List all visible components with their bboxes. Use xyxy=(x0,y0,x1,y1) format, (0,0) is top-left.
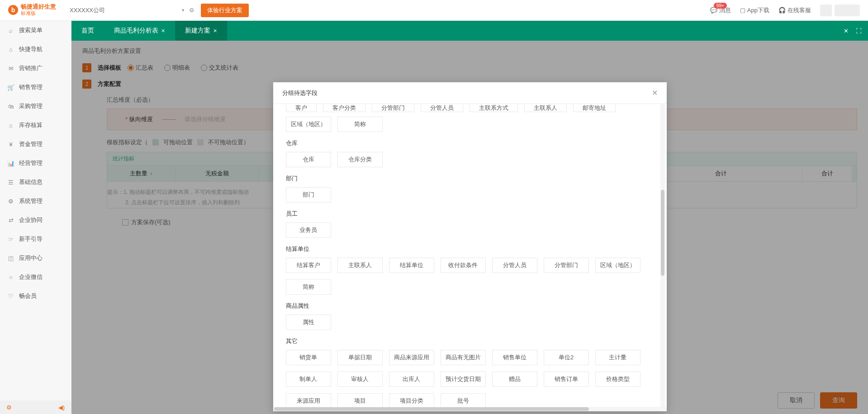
vertical-scrollbar[interactable] xyxy=(660,104,665,411)
tag-row: 属性 xyxy=(286,315,658,330)
app-download-button[interactable]: ▢ App下载 xyxy=(740,6,769,14)
tab[interactable]: 新建方案✕ xyxy=(175,21,227,41)
field-tag[interactable]: 简称 xyxy=(337,117,383,132)
horizontal-scrollbar[interactable] xyxy=(273,407,667,411)
field-tag[interactable]: 仓库 xyxy=(286,152,331,167)
sidebar-icon: ✉ xyxy=(7,65,14,72)
sidebar-item[interactable]: ⌕搜索菜单 xyxy=(0,21,71,40)
sidebar-label: 库存核算 xyxy=(19,121,43,129)
field-tag[interactable]: 分管人员 xyxy=(492,258,537,273)
sidebar-icon: ◫ xyxy=(7,255,14,262)
try-industry-button[interactable]: 体验行业方案 xyxy=(201,4,249,17)
field-tag[interactable]: 项目 xyxy=(337,393,383,409)
field-tag[interactable]: 单位2 xyxy=(544,350,589,365)
sidebar-item[interactable]: ○企业微信 xyxy=(0,268,71,287)
user-icon[interactable] xyxy=(820,5,832,16)
field-tag[interactable]: 收付款条件 xyxy=(441,258,486,273)
field-tag[interactable]: 客户 xyxy=(286,104,317,112)
sidebar-bottom: ⚙ ◀) xyxy=(0,400,71,414)
tab-close-icon[interactable]: ✕ xyxy=(213,28,217,34)
sidebar-item[interactable]: ¥资金管理 xyxy=(0,135,71,154)
close-icon[interactable]: ✕ xyxy=(652,89,658,97)
sidebar-item[interactable]: ☰基础信息 xyxy=(0,173,71,192)
field-tag[interactable]: 制单人 xyxy=(286,372,331,387)
group-title: 商品属性 xyxy=(286,302,658,310)
field-tag[interactable]: 价格类型 xyxy=(595,372,640,387)
field-tag[interactable]: 主联系方式 xyxy=(470,104,518,112)
field-tag[interactable]: 销售订单 xyxy=(544,372,589,387)
field-tag[interactable]: 商品有无图片 xyxy=(441,350,486,365)
collapse-icon[interactable]: ◀) xyxy=(58,404,65,411)
modal-header: 分组待选字段 ✕ xyxy=(273,82,667,104)
field-tag[interactable]: 部门 xyxy=(286,187,331,202)
field-tag[interactable]: 审核人 xyxy=(337,372,383,387)
field-tag[interactable]: 仓库分类 xyxy=(337,152,383,167)
sidebar-item[interactable]: ⌂库存核算 xyxy=(0,116,71,135)
online-service-button[interactable]: 🎧 在线客服 xyxy=(778,6,811,14)
field-tag[interactable]: 销货单 xyxy=(286,350,331,365)
tab-close-all-icon[interactable]: ✕ xyxy=(844,28,849,34)
sidebar-label: 搜索菜单 xyxy=(19,26,43,34)
field-tag[interactable]: 主联系人 xyxy=(337,258,383,273)
logo-text: 畅捷通好生意 xyxy=(21,4,56,10)
field-tag[interactable]: 单据日期 xyxy=(337,350,383,365)
settings-icon[interactable]: ⚙ xyxy=(6,404,12,411)
field-tag[interactable]: 来源应用 xyxy=(286,393,331,409)
company-select[interactable]: XXXXXX公司 ▾ ⚙ xyxy=(70,6,194,14)
sidebar-item[interactable]: 🛍采购管理 xyxy=(0,97,71,116)
field-tag[interactable]: 分管人员 xyxy=(421,104,463,112)
scroll-thumb[interactable] xyxy=(661,190,664,276)
sidebar-item[interactable]: ⇄企业协同 xyxy=(0,211,71,230)
field-tag[interactable]: 区域（地区） xyxy=(286,117,331,132)
field-tag[interactable]: 赠品 xyxy=(492,372,537,387)
logo-icon: b xyxy=(8,5,18,15)
scroll-thumb[interactable] xyxy=(274,407,589,411)
sidebar-item[interactable]: ☞新手引导 xyxy=(0,230,71,249)
chevron-down-icon: ▾ xyxy=(182,7,185,13)
message-badge: 99+ xyxy=(714,3,727,9)
sidebar-item[interactable]: 🛒销售管理 xyxy=(0,78,71,97)
sidebar-label: 快捷导航 xyxy=(19,45,43,53)
field-tag[interactable]: 出库人 xyxy=(389,372,434,387)
field-tag[interactable]: 商品来源应用 xyxy=(389,350,434,365)
field-tag[interactable]: 销售单位 xyxy=(492,350,537,365)
field-tag[interactable]: 分管部门 xyxy=(372,104,414,112)
sidebar-icon: ☞ xyxy=(7,236,14,243)
field-tag[interactable]: 简称 xyxy=(286,279,331,295)
field-tag[interactable]: 区域（地区） xyxy=(595,258,640,273)
modal-body: 客户客户分类分管部门分管人员主联系方式主联系人邮寄地址区域（地区）简称仓库仓库仓… xyxy=(273,104,667,411)
field-tag[interactable]: 预计交货日期 xyxy=(441,372,486,387)
sidebar-item[interactable]: ✉营销推广 xyxy=(0,59,71,78)
sidebar-icon: 🛍 xyxy=(7,103,14,110)
field-tag[interactable]: 业务员 xyxy=(286,222,331,238)
sidebar-item[interactable]: ⚙系统管理 xyxy=(0,192,71,211)
field-tag[interactable]: 项目分类 xyxy=(389,393,434,409)
sidebar-item[interactable]: ♡畅会员 xyxy=(0,287,71,306)
gear-icon[interactable]: ⚙ xyxy=(189,7,194,14)
field-tag[interactable]: 主计量 xyxy=(595,350,640,365)
sidebar-item[interactable]: 📊经营管理 xyxy=(0,154,71,173)
sidebar-icon: 📊 xyxy=(7,160,14,167)
field-tag[interactable]: 结算客户 xyxy=(286,258,331,273)
sidebar-item[interactable]: ⌂快捷导航 xyxy=(0,40,71,59)
tab[interactable]: 首页 xyxy=(71,21,104,41)
field-tag[interactable]: 属性 xyxy=(286,315,331,330)
avatar[interactable] xyxy=(835,5,860,16)
fullscreen-icon[interactable]: ⛶ xyxy=(856,28,862,34)
tab[interactable]: 商品毛利分析表✕ xyxy=(104,21,175,41)
logo-sub: 标准版 xyxy=(21,10,56,17)
tab-close-icon[interactable]: ✕ xyxy=(161,28,165,34)
field-tag[interactable]: 客户分类 xyxy=(323,104,365,112)
tag-row: 销货单单据日期商品来源应用商品有无图片销售单位单位2主计量制单人审核人出库人预计… xyxy=(286,350,658,409)
tag-row-partial-top: 客户客户分类分管部门分管人员主联系方式主联系人邮寄地址 xyxy=(286,104,658,112)
sidebar-label: 基础信息 xyxy=(19,178,43,186)
field-tag[interactable]: 批号 xyxy=(441,393,486,409)
field-tag[interactable]: 邮寄地址 xyxy=(573,104,616,112)
field-tag[interactable]: 主联系人 xyxy=(524,104,567,112)
field-tag[interactable]: 分管部门 xyxy=(544,258,589,273)
tag-row: 业务员 xyxy=(286,222,658,238)
sidebar-item[interactable]: ◫应用中心 xyxy=(0,249,71,268)
sidebar-icon: ○ xyxy=(7,274,14,281)
field-tag[interactable]: 结算单位 xyxy=(389,258,434,273)
messages-button[interactable]: 💬 消息 99+ xyxy=(710,6,731,14)
